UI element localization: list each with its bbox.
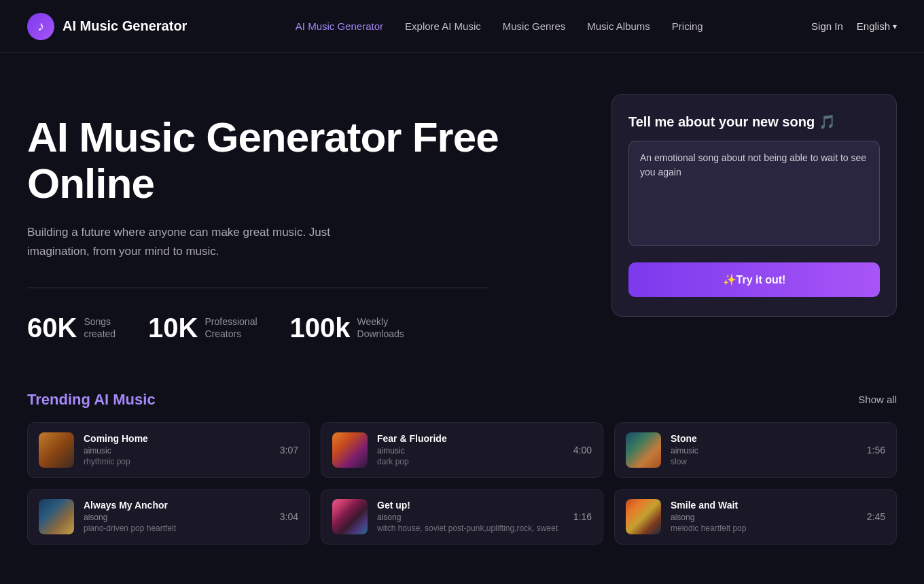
track-name: Smile and Wait xyxy=(671,500,857,511)
track-genre: piano-driven pop heartfelt xyxy=(84,523,270,533)
track-thumbnail xyxy=(39,499,74,534)
track-duration: 4:00 xyxy=(573,445,592,456)
nav-logo[interactable]: ♪ AI Music Generator xyxy=(27,13,187,40)
track-thumbnail xyxy=(332,432,368,468)
track-thumbnail xyxy=(39,432,74,468)
track-artist: aimusic xyxy=(377,446,564,456)
stat-songs: 60K Songs created xyxy=(27,313,116,343)
stat-creators-number: 10K xyxy=(148,313,198,343)
sign-in-button[interactable]: Sign In xyxy=(811,20,843,32)
song-generator-card: Tell me about your new song 🎵 An emotion… xyxy=(611,94,897,317)
tracks-grid: Coming Home aimusic rhythmic pop 3:07 Fe… xyxy=(27,422,897,545)
card-title: Tell me about your new song 🎵 xyxy=(628,114,880,130)
language-selector[interactable]: English ▾ xyxy=(857,20,897,32)
track-genre: melodic heartfelt pop xyxy=(671,523,857,533)
track-name: Fear & Fluoride xyxy=(377,433,564,444)
nav-logo-text: AI Music Generator xyxy=(63,18,187,34)
track-name: Stone xyxy=(671,433,857,444)
hero-subtitle: Building a future where anyone can make … xyxy=(27,223,367,260)
track-duration: 2:45 xyxy=(867,511,885,522)
track-card[interactable]: Smile and Wait aisong melodic heartfelt … xyxy=(614,489,897,545)
track-name: Get up! xyxy=(377,500,564,511)
nav-link-ai-music-generator[interactable]: AI Music Generator xyxy=(296,20,383,32)
track-thumbnail xyxy=(626,432,661,468)
track-thumbnail xyxy=(626,499,661,534)
stat-downloads-number: 100k xyxy=(290,313,351,343)
track-name: Always My Anchor xyxy=(84,500,270,511)
track-card[interactable]: Coming Home aimusic rhythmic pop 3:07 xyxy=(27,422,310,478)
song-description-input[interactable]: An emotional song about not being able t… xyxy=(628,141,880,246)
track-duration: 1:16 xyxy=(573,511,592,522)
trending-section: Trending AI Music Show all Coming Home a… xyxy=(0,377,924,572)
stat-creators-label: Professional Creators xyxy=(205,315,257,340)
track-info: Get up! aisong witch house, soviet post-… xyxy=(377,500,564,533)
track-artist: aisong xyxy=(377,513,564,522)
track-name: Coming Home xyxy=(84,433,270,444)
nav-link-albums[interactable]: Music Albums xyxy=(587,20,650,32)
track-card[interactable]: Get up! aisong witch house, soviet post-… xyxy=(321,489,603,545)
nav-links: AI Music Generator Explore AI Music Musi… xyxy=(296,20,703,33)
stat-songs-number: 60K xyxy=(27,313,77,343)
hero-left: AI Music Generator Free Online Building … xyxy=(27,94,503,343)
hero-title: AI Music Generator Free Online xyxy=(27,114,503,207)
track-genre: slow xyxy=(671,457,857,466)
track-artist: aisong xyxy=(84,513,270,522)
nav-link-genres[interactable]: Music Genres xyxy=(503,20,566,32)
track-duration: 3:07 xyxy=(280,445,298,456)
hero-divider xyxy=(27,288,489,288)
track-info: Always My Anchor aisong piano-driven pop… xyxy=(84,500,270,533)
chevron-down-icon: ▾ xyxy=(893,22,897,31)
stat-creators: 10K Professional Creators xyxy=(148,313,257,343)
track-duration: 1:56 xyxy=(867,445,885,456)
track-artist: aimusic xyxy=(84,446,270,456)
language-label: English xyxy=(857,20,890,32)
stat-downloads-label: Weekly Downloads xyxy=(357,315,404,340)
track-info: Coming Home aimusic rhythmic pop xyxy=(84,433,270,466)
nav-link-explore[interactable]: Explore AI Music xyxy=(405,20,481,32)
track-genre: witch house, soviet post-punk,uplifting,… xyxy=(377,523,564,533)
track-artist: aimusic xyxy=(671,446,857,456)
trending-title: Trending AI Music xyxy=(27,391,156,409)
track-genre: rhythmic pop xyxy=(84,457,270,466)
navbar: ♪ AI Music Generator AI Music Generator … xyxy=(0,0,924,53)
track-artist: aisong xyxy=(671,513,857,522)
track-genre: dark pop xyxy=(377,457,564,466)
track-duration: 3:04 xyxy=(280,511,298,522)
track-info: Smile and Wait aisong melodic heartfelt … xyxy=(671,500,857,533)
trending-header: Trending AI Music Show all xyxy=(27,391,897,409)
nav-link-pricing[interactable]: Pricing xyxy=(672,20,703,32)
track-thumbnail xyxy=(332,499,368,534)
track-card[interactable]: Stone aimusic slow 1:56 xyxy=(614,422,897,478)
track-info: Stone aimusic slow xyxy=(671,433,857,466)
try-it-out-button[interactable]: ✨Try it out! xyxy=(628,262,880,297)
stat-downloads: 100k Weekly Downloads xyxy=(290,313,404,343)
show-all-button[interactable]: Show all xyxy=(858,394,897,405)
logo-icon: ♪ xyxy=(27,13,54,40)
nav-right: Sign In English ▾ xyxy=(811,20,897,32)
hero-stats: 60K Songs created 10K Professional Creat… xyxy=(27,313,503,343)
track-card[interactable]: Always My Anchor aisong piano-driven pop… xyxy=(27,489,310,545)
track-info: Fear & Fluoride aimusic dark pop xyxy=(377,433,564,466)
hero-section: AI Music Generator Free Online Building … xyxy=(0,53,924,377)
stat-songs-label: Songs created xyxy=(84,315,116,340)
track-card[interactable]: Fear & Fluoride aimusic dark pop 4:00 xyxy=(321,422,603,478)
